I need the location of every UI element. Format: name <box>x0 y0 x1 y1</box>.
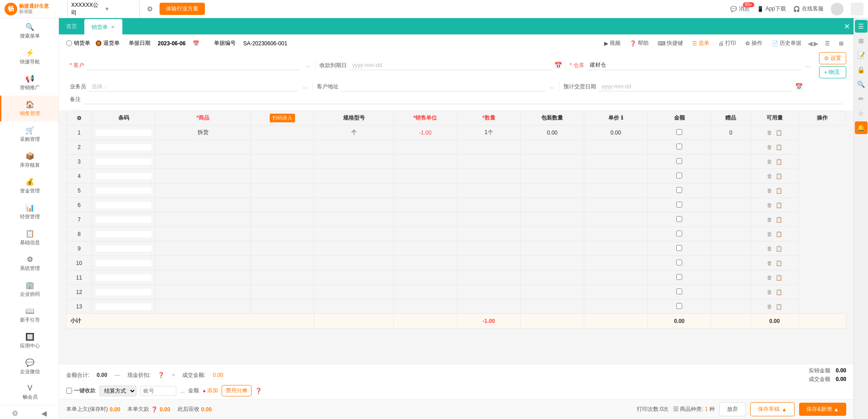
tab-sales-order[interactable]: 销货单 ✕ <box>84 19 122 35</box>
setting-button[interactable]: ⚙ 设置 <box>819 52 846 64</box>
ellipsis-account-btn[interactable]: ... <box>180 388 184 394</box>
right-panel-star-icon[interactable]: ☆ <box>855 107 868 120</box>
payment-due-calendar-icon[interactable]: 📅 <box>554 62 562 69</box>
row-gift-3[interactable] <box>648 154 711 169</box>
sidebar-item-member[interactable]: V 畅会员 <box>0 380 58 405</box>
history-btn[interactable]: 📄 历史单据 <box>769 38 804 48</box>
row-barcode-3[interactable] <box>92 154 155 169</box>
app-download-area[interactable]: 📱 App下载 <box>757 5 786 13</box>
expected-delivery-input[interactable] <box>599 82 792 92</box>
row-copy-icon-7[interactable]: 📋 <box>776 217 782 223</box>
row-gift-13[interactable] <box>648 299 711 314</box>
grid-view-icon[interactable]: ⊞ <box>836 39 846 48</box>
avatar[interactable] <box>831 3 844 15</box>
row-gift-10[interactable] <box>648 256 711 270</box>
right-panel-list-icon[interactable]: ☰ <box>855 20 868 33</box>
row-gift-8[interactable] <box>648 227 711 241</box>
row-gift-11[interactable] <box>648 270 711 285</box>
row-gift-9[interactable] <box>648 241 711 256</box>
operate-btn[interactable]: ⚙ 操作 <box>742 38 765 48</box>
radio-return-input[interactable] <box>96 40 102 46</box>
row-gift-2[interactable] <box>648 140 711 154</box>
col-settings[interactable]: ⚙ <box>67 111 92 125</box>
radio-sales[interactable]: 销货单 <box>66 39 90 47</box>
select-btn[interactable]: ☰ 选单 <box>689 38 712 48</box>
one-click-payment-checkbox[interactable]: 一键收款 <box>66 387 96 395</box>
sidebar-item-inventory[interactable]: 📦 库存核算 <box>0 147 58 173</box>
row-delete-icon-6[interactable]: 🗑 <box>767 202 772 208</box>
row-gift-5[interactable] <box>648 183 711 198</box>
sidebar-item-purchase[interactable]: 🛒 采购管理 <box>0 121 58 147</box>
salesperson-input[interactable] <box>89 82 298 92</box>
sidebar-item-enterprise[interactable]: 🏢 企业协同 <box>0 276 58 302</box>
row-delete-icon-4[interactable]: 🗑 <box>767 173 772 179</box>
print-btn[interactable]: 🖨 打印 <box>716 38 739 48</box>
right-panel-lock-icon[interactable]: 🔒 <box>855 63 868 76</box>
row-barcode-6[interactable] <box>92 198 155 212</box>
user-settings-icon[interactable] <box>851 3 863 15</box>
row-barcode-5[interactable] <box>92 183 155 198</box>
row-barcode-12[interactable] <box>92 285 155 299</box>
customer-input[interactable] <box>87 61 301 70</box>
row-delete-icon-7[interactable]: 🗑 <box>767 217 772 223</box>
row-gift-4[interactable] <box>648 169 711 183</box>
row-delete-icon-9[interactable]: 🗑 <box>767 246 772 252</box>
right-panel-zoom-icon[interactable]: 🔍 <box>855 78 868 91</box>
logistics-button[interactable]: + 物流 <box>819 66 846 78</box>
row-delete-icon-13[interactable]: 🗑 <box>767 303 772 310</box>
expense-help-icon[interactable]: ❓ <box>255 388 262 394</box>
row-delete-icon-12[interactable]: 🗑 <box>767 289 772 295</box>
video-btn[interactable]: ▶ 视频 <box>601 38 623 48</box>
row-gift-6[interactable] <box>648 198 711 212</box>
sidebar-item-marketing[interactable]: 📢 营销推广 <box>0 70 58 96</box>
customer-ellipsis-btn[interactable]: ... <box>304 62 312 68</box>
radio-sales-input[interactable] <box>66 40 72 46</box>
warehouse-ellipsis-btn[interactable]: ... <box>804 62 812 68</box>
row-copy-icon-5[interactable]: 📋 <box>776 188 782 194</box>
sidebar-item-system[interactable]: ⚙ 系统管理 <box>0 250 58 276</box>
next-icon[interactable]: ▶ <box>814 40 819 47</box>
sidebar-item-operations[interactable]: 📊 经营管理 <box>0 199 58 225</box>
row-barcode-11[interactable] <box>92 270 155 285</box>
sidebar-item-basic[interactable]: 📋 基础信息 <box>0 225 58 250</box>
expected-delivery-calendar-icon[interactable]: 📅 <box>795 83 803 90</box>
radio-return[interactable]: 退货单 <box>96 39 120 47</box>
online-support-area[interactable]: 🎧 在线客服 <box>793 5 824 13</box>
row-barcode-13[interactable] <box>92 299 155 314</box>
sidebar-item-wechat[interactable]: 💬 企业微信 <box>0 354 58 380</box>
help-btn[interactable]: ❓ 帮助 <box>627 38 651 48</box>
row-delete-icon-10[interactable]: 🗑 <box>767 260 772 266</box>
row-barcode-2[interactable] <box>92 140 155 154</box>
right-panel-pen-icon[interactable]: ✏ <box>855 92 868 105</box>
row-barcode-7[interactable] <box>92 212 155 227</box>
payment-account-input[interactable] <box>140 386 176 396</box>
col-scan[interactable]: 扫码录入 <box>251 111 314 125</box>
notes-input[interactable] <box>83 95 843 104</box>
row-barcode-9[interactable] <box>92 241 155 256</box>
add-button[interactable]: ● 添加 <box>203 387 218 395</box>
row-delete-icon-8[interactable]: 🗑 <box>767 231 772 237</box>
tab-close-icon[interactable]: ✕ <box>111 24 115 30</box>
sidebar-item-quick-nav[interactable]: ⚡ 快捷导航 <box>0 44 58 70</box>
row-gift-12[interactable] <box>648 285 711 299</box>
row-delete-icon-2[interactable]: 🗑 <box>767 144 772 150</box>
right-panel-grid-icon[interactable]: ⊞ <box>855 34 868 47</box>
row-delete-icon-1[interactable]: 🗑 <box>767 130 772 136</box>
address-ellipsis-btn[interactable]: ... <box>548 83 556 90</box>
one-click-payment-input[interactable] <box>66 388 72 394</box>
row-copy-icon-8[interactable]: 📋 <box>776 231 782 237</box>
prev-icon[interactable]: ◀ <box>808 40 813 47</box>
settlement-method-select[interactable]: 结算方式 <box>99 385 136 396</box>
sidebar-item-sales[interactable]: 🏠 销售管理 <box>0 96 58 121</box>
salesperson-ellipsis-btn[interactable]: ... <box>301 83 309 90</box>
row-gift-1[interactable] <box>648 125 711 140</box>
calendar-icon[interactable]: 📅 <box>193 40 199 47</box>
save-draft-button[interactable]: 保存草稿 ▲ <box>750 402 795 416</box>
row-copy-icon-4[interactable]: 📋 <box>776 173 782 179</box>
sidebar-settings-icon[interactable]: ⚙ <box>12 409 18 418</box>
row-barcode-8[interactable] <box>92 227 155 241</box>
company-selector[interactable]: XXXXXX公司 ▼ <box>67 0 140 19</box>
row-barcode-4[interactable] <box>92 169 155 183</box>
row-gift-7[interactable] <box>648 212 711 227</box>
tab-home[interactable]: 首页 <box>59 18 84 34</box>
